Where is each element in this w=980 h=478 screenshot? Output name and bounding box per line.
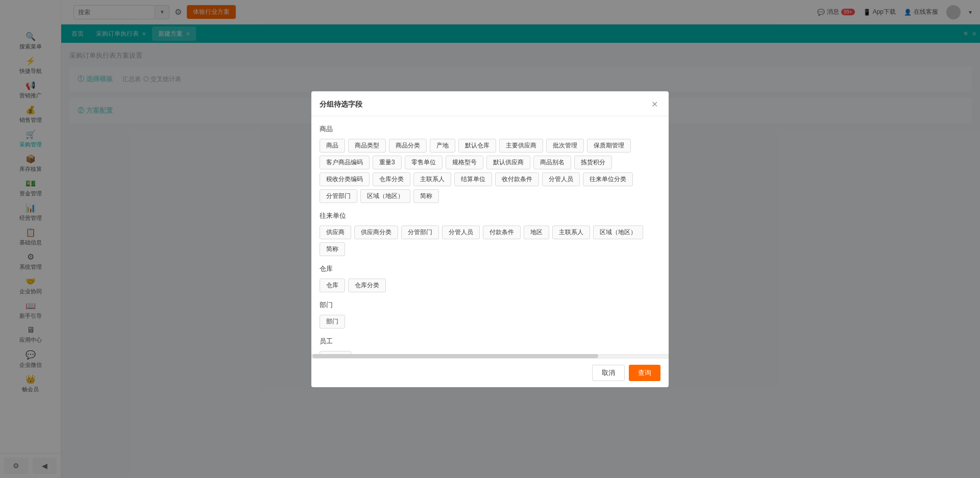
section-warehouse-title: 仓库 — [320, 264, 660, 273]
section-department-title: 部门 — [320, 300, 660, 310]
modal-title: 分组待选字段 — [320, 100, 362, 109]
field-payment-terms[interactable]: 收付款条件 — [495, 172, 539, 186]
field-area[interactable]: 地区 — [524, 225, 549, 239]
field-batch-mgmt[interactable]: 批次管理 — [546, 139, 584, 153]
field-settlement-unit[interactable]: 结算单位 — [454, 172, 492, 186]
field-main-contact2[interactable]: 主联系人 — [552, 225, 590, 239]
field-goods-category[interactable]: 商品分类 — [389, 139, 427, 153]
field-supplier[interactable]: 供应商 — [320, 225, 351, 239]
field-shelf-life[interactable]: 保质期管理 — [587, 139, 631, 153]
modal-hscroll-thumb — [312, 354, 598, 358]
field-pay-terms[interactable]: 付款条件 — [483, 225, 521, 239]
field-weight3[interactable]: 重量3 — [373, 156, 402, 169]
field-region2[interactable]: 区域（地区） — [593, 225, 643, 239]
section-counterparty: 往来单位 供应商 供应商分类 分管部门 分管人员 付款条件 地区 主联系人 区域… — [320, 211, 660, 256]
field-customer-code[interactable]: 客户商品编码 — [320, 156, 370, 169]
section-counterparty-tags: 供应商 供应商分类 分管部门 分管人员 付款条件 地区 主联系人 区域（地区） … — [320, 225, 660, 256]
field-main-contact[interactable]: 主联系人 — [413, 172, 451, 186]
field-default-supplier[interactable]: 默认供应商 — [486, 156, 530, 169]
section-department: 部门 部门 — [320, 300, 660, 329]
field-pick-points[interactable]: 拣货积分 — [574, 156, 612, 169]
field-short-name[interactable]: 简称 — [413, 189, 439, 203]
field-region[interactable]: 区域（地区） — [360, 189, 410, 203]
field-supplier-category[interactable]: 供应商分类 — [354, 225, 398, 239]
section-goods-title: 商品 — [320, 124, 660, 134]
field-warehouse[interactable]: 仓库 — [320, 279, 345, 292]
field-counterparty-category[interactable]: 往来单位分类 — [583, 172, 633, 186]
modal-header: 分组待选字段 ✕ — [311, 91, 669, 116]
field-warehouse-cat[interactable]: 仓库分类 — [348, 279, 386, 292]
field-tax-code[interactable]: 税收分类编码 — [320, 172, 370, 186]
modal-overlay: 分组待选字段 ✕ 商品 商品 商品类型 商品分类 产地 默认仓库 主要供应商 批… — [0, 0, 980, 478]
section-goods: 商品 商品 商品类型 商品分类 产地 默认仓库 主要供应商 批次管理 保质期管理… — [320, 124, 660, 203]
field-short-name2[interactable]: 简称 — [320, 242, 345, 256]
section-goods-tags: 商品 商品类型 商品分类 产地 默认仓库 主要供应商 批次管理 保质期管理 客户… — [320, 139, 660, 203]
section-counterparty-title: 往来单位 — [320, 211, 660, 220]
field-warehouse-category[interactable]: 仓库分类 — [373, 172, 410, 186]
modal-cancel-button[interactable]: 取消 — [592, 365, 625, 381]
modal-close-button[interactable]: ✕ — [648, 98, 660, 111]
field-dept-manage[interactable]: 分管部门 — [401, 225, 439, 239]
field-goods[interactable]: 商品 — [320, 139, 345, 153]
section-warehouse-tags: 仓库 仓库分类 — [320, 279, 660, 292]
field-goods-alias[interactable]: 商品别名 — [533, 156, 571, 169]
section-department-tags: 部门 — [320, 315, 660, 329]
section-employee-title: 员工 — [320, 337, 660, 346]
modal-confirm-button[interactable]: 查询 — [629, 365, 660, 381]
field-manage-dept[interactable]: 分管部门 — [320, 189, 357, 203]
field-retail-unit[interactable]: 零售单位 — [405, 156, 443, 169]
section-employee: 员工 业务员 — [320, 337, 660, 354]
field-spec-model[interactable]: 规格型号 — [446, 156, 483, 169]
section-warehouse: 仓库 仓库 仓库分类 — [320, 264, 660, 292]
field-origin[interactable]: 产地 — [430, 139, 455, 153]
modal-body[interactable]: 商品 商品 商品类型 商品分类 产地 默认仓库 主要供应商 批次管理 保质期管理… — [311, 116, 669, 354]
modal-horizontal-scrollbar[interactable] — [311, 354, 669, 358]
field-main-supplier[interactable]: 主要供应商 — [499, 139, 543, 153]
field-department[interactable]: 部门 — [320, 315, 345, 329]
field-picker-modal: 分组待选字段 ✕ 商品 商品 商品类型 商品分类 产地 默认仓库 主要供应商 批… — [311, 91, 669, 387]
field-manager[interactable]: 分管人员 — [542, 172, 580, 186]
field-person-manage[interactable]: 分管人员 — [442, 225, 480, 239]
field-default-warehouse[interactable]: 默认仓库 — [458, 139, 496, 153]
modal-footer: 取消 查询 — [311, 358, 669, 387]
field-goods-type[interactable]: 商品类型 — [348, 139, 386, 153]
